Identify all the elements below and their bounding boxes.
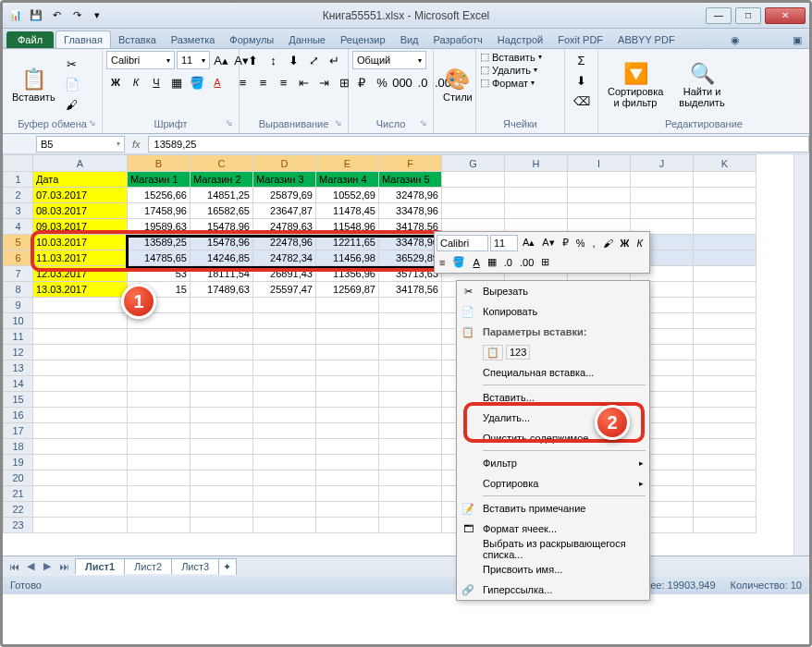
cell-A13[interactable]	[33, 360, 128, 376]
tab-layout[interactable]: Разметка	[164, 31, 223, 48]
mini-align-icon[interactable]: ≡	[437, 254, 448, 271]
format-painter-icon[interactable]: 🖌	[63, 96, 81, 115]
tab-data[interactable]: Данные	[281, 31, 333, 48]
cell-E8[interactable]: 12569,87	[316, 282, 379, 298]
increase-decimal-icon[interactable]: .0	[413, 73, 432, 92]
cell-A21[interactable]	[33, 486, 128, 502]
cell-D19[interactable]	[253, 455, 316, 470]
cell-D9[interactable]	[253, 298, 316, 313]
sheet-tab-2[interactable]: Лист2	[124, 558, 172, 574]
cell-D11[interactable]	[253, 329, 316, 345]
comma-icon[interactable]: 000	[393, 73, 412, 92]
cell-C4[interactable]: 15478,96	[191, 219, 253, 235]
ctx-insert[interactable]: Вставить...	[457, 387, 649, 408]
col-header-C[interactable]: C	[191, 155, 253, 172]
cell-B3[interactable]: 17458,96	[128, 203, 191, 219]
ctx-comment[interactable]: 📝Вставить примечание	[457, 498, 649, 519]
cell-F23[interactable]	[379, 518, 442, 533]
sheet-nav-prev-icon[interactable]: ◀	[23, 559, 38, 574]
cell-D8[interactable]: 25597,47	[253, 282, 316, 298]
row-header-22[interactable]: 22	[4, 502, 33, 518]
cell-E16[interactable]	[316, 408, 379, 423]
cell-C1[interactable]: Магазин 2	[191, 172, 253, 188]
cell-E6[interactable]: 11456,98	[316, 250, 379, 266]
formula-input[interactable]: 13589,25	[148, 136, 809, 153]
cell-A1[interactable]: Дата	[33, 172, 128, 188]
cell-A18[interactable]	[33, 439, 128, 455]
cell-B21[interactable]	[128, 486, 191, 502]
cell-K21[interactable]	[694, 486, 757, 502]
cell-B20[interactable]	[128, 470, 191, 486]
ctx-delete[interactable]: Удалить...	[457, 408, 649, 428]
cell-D6[interactable]: 24782,34	[253, 250, 316, 266]
cell-E18[interactable]	[316, 439, 379, 455]
delete-cells-button[interactable]: ⬚Удалить▾	[480, 64, 537, 76]
row-header-17[interactable]: 17	[4, 423, 33, 439]
cell-C3[interactable]: 16582,65	[191, 203, 253, 219]
cell-E21[interactable]	[316, 486, 379, 502]
col-header-A[interactable]: A	[33, 155, 128, 172]
cell-C21[interactable]	[191, 486, 253, 502]
cell-E11[interactable]	[316, 329, 379, 345]
cell-F19[interactable]	[379, 455, 442, 470]
row-header-18[interactable]: 18	[4, 439, 33, 455]
cell-C16[interactable]	[191, 408, 253, 423]
cell-E9[interactable]	[316, 298, 379, 313]
cell-A10[interactable]	[33, 313, 128, 329]
tab-foxit[interactable]: Foxit PDF	[550, 31, 610, 48]
mini-merge-icon[interactable]: ⊞	[538, 254, 552, 271]
cell-F7[interactable]: 35713,63	[379, 266, 442, 282]
cell-K20[interactable]	[694, 470, 757, 486]
cell-F8[interactable]: 34178,56	[379, 282, 442, 298]
cell-C19[interactable]	[191, 455, 253, 470]
cell-C22[interactable]	[191, 502, 253, 518]
cell-C18[interactable]	[191, 439, 253, 455]
save-icon[interactable]: 💾	[27, 6, 45, 25]
clipboard-launcher[interactable]: ⬂	[89, 118, 96, 128]
cell-D1[interactable]: Магазин 3	[253, 172, 316, 188]
cell-I2[interactable]	[568, 188, 631, 203]
col-header-E[interactable]: E	[316, 155, 379, 172]
cell-A9[interactable]	[33, 298, 128, 313]
col-header-K[interactable]: K	[694, 155, 757, 172]
mini-grow-font-icon[interactable]: A▴	[520, 235, 537, 251]
cell-B1[interactable]: Магазин 1	[128, 172, 191, 188]
mini-comma-icon[interactable]: ,	[589, 235, 597, 251]
styles-button[interactable]: 🎨Стили	[437, 66, 478, 104]
undo-icon[interactable]: ↶	[47, 6, 66, 25]
cell-G2[interactable]	[442, 188, 505, 203]
row-header-9[interactable]: 9	[4, 298, 33, 313]
row-header-5[interactable]: 5	[4, 235, 33, 250]
cell-A14[interactable]	[33, 376, 128, 392]
wrap-text-icon[interactable]: ↵	[326, 51, 344, 69]
ctx-filter[interactable]: Фильтр▸	[457, 453, 649, 473]
cell-A5[interactable]: 10.03.2017	[33, 235, 128, 250]
cell-C5[interactable]: 15478,96	[191, 235, 253, 250]
cell-A7[interactable]: 12.03.2017	[33, 266, 128, 282]
insert-cells-button[interactable]: ⬚Вставить▾	[480, 51, 542, 63]
cell-E3[interactable]: 11478,45	[316, 203, 379, 219]
tab-home[interactable]: Главная	[55, 31, 111, 48]
cell-D15[interactable]	[253, 392, 316, 408]
cell-F4[interactable]: 34178,56	[379, 219, 442, 235]
ctx-format[interactable]: 🗔Формат ячеек...	[457, 519, 649, 539]
ctx-copy[interactable]: 📄Копировать	[457, 301, 649, 322]
cell-F2[interactable]: 32478,96	[379, 188, 442, 203]
cell-K18[interactable]	[694, 439, 757, 455]
cut-icon[interactable]: ✂	[63, 55, 81, 74]
row-header-8[interactable]: 8	[4, 282, 33, 298]
col-header-D[interactable]: D	[253, 155, 316, 172]
cell-C13[interactable]	[191, 360, 253, 376]
col-header-G[interactable]: G	[442, 155, 505, 172]
copy-icon[interactable]: 📄	[63, 76, 81, 94]
sheet-tab-1[interactable]: Лист1	[75, 558, 125, 575]
cell-B7[interactable]: 53	[128, 266, 191, 282]
font-name-select[interactable]: Calibri▾	[106, 51, 175, 69]
mini-italic-button[interactable]: К	[634, 235, 645, 251]
cell-D5[interactable]: 22478,96	[253, 235, 316, 250]
decrease-indent-icon[interactable]: ⇤	[295, 73, 314, 92]
mini-shrink-font-icon[interactable]: A▾	[539, 235, 557, 251]
row-header-4[interactable]: 4	[4, 219, 33, 235]
cell-C17[interactable]	[191, 423, 253, 439]
maximize-button[interactable]: □	[735, 7, 761, 24]
